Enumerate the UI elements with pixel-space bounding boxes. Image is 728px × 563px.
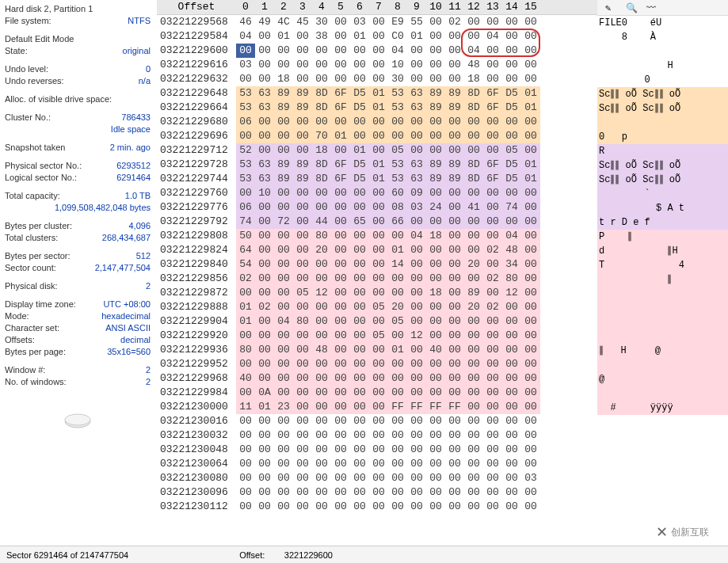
ascii-line[interactable]	[597, 415, 728, 429]
hex-cell[interactable]: 6F	[331, 101, 350, 115]
hex-cell[interactable]: 48	[502, 243, 521, 257]
hex-cell[interactable]: 01	[369, 158, 388, 172]
hex-row[interactable]: 0322122996840000000000000000000000000000…	[157, 371, 597, 386]
hex-row[interactable]: 0322123003200000000000000000000000000000…	[157, 428, 597, 443]
hex-cell[interactable]: 01	[350, 29, 369, 44]
hex-cell[interactable]: 03	[407, 200, 426, 215]
hex-cell[interactable]: 04	[274, 314, 293, 329]
ascii-line[interactable]	[597, 500, 728, 515]
ascii-line[interactable]	[597, 287, 728, 301]
hex-cell[interactable]: 00	[388, 357, 407, 371]
hex-cell[interactable]: 00	[464, 357, 483, 371]
hex-cell[interactable]: 00	[274, 343, 293, 357]
hex-cell[interactable]: 00	[426, 72, 445, 86]
hex-cell[interactable]: 01	[521, 172, 540, 186]
hex-row[interactable]: 0322122956846494C4530000300E955000200000…	[157, 15, 597, 29]
hex-cell[interactable]: 00	[483, 371, 502, 386]
hex-cell[interactable]: 54	[236, 257, 255, 272]
hex-cell[interactable]: 00	[331, 229, 350, 243]
hex-cell[interactable]: 09	[407, 186, 426, 200]
hex-cell[interactable]: 00	[426, 357, 445, 371]
hex-cell[interactable]: 00	[502, 457, 521, 471]
hex-cell[interactable]: 00	[350, 471, 369, 485]
ascii-line[interactable]: T 4	[597, 258, 728, 272]
hex-cell[interactable]: 00	[331, 272, 350, 286]
hex-cell[interactable]: 00	[483, 329, 502, 343]
hex-cell[interactable]: 44	[312, 215, 331, 229]
hex-cell[interactable]: 00	[331, 443, 350, 457]
hex-cell[interactable]: 00	[255, 471, 274, 485]
hex-cell[interactable]: 00	[274, 471, 293, 485]
hex-cell[interactable]: 00	[350, 314, 369, 329]
hex-cell[interactable]: 00	[464, 129, 483, 143]
hex-cell[interactable]: 00	[293, 243, 312, 257]
hex-cell[interactable]: 00	[236, 186, 255, 200]
hex-cell[interactable]: 00	[312, 485, 331, 500]
hex-cell[interactable]: 89	[274, 101, 293, 115]
hex-cell[interactable]: 00	[274, 58, 293, 72]
hex-cell[interactable]: 00	[521, 44, 540, 58]
hex-cell[interactable]: FF	[426, 400, 445, 414]
ascii-line[interactable]	[597, 386, 728, 401]
hex-cell[interactable]: 00	[255, 343, 274, 357]
hex-row[interactable]: 0322122961603000000000000001000000048000…	[157, 58, 597, 72]
hex-cell[interactable]: 00	[236, 129, 255, 143]
hex-cell[interactable]: 00	[502, 357, 521, 371]
ascii-line[interactable]: 8 À	[597, 30, 728, 44]
hex-cell[interactable]: 00	[255, 257, 274, 272]
hex-row[interactable]: 0322122988801020000000000052000000020020…	[157, 300, 597, 314]
hex-cell[interactable]: 00	[464, 29, 483, 44]
hex-cell[interactable]: 00	[388, 485, 407, 500]
hex-cell[interactable]: 00	[426, 500, 445, 514]
hex-cell[interactable]: 00	[464, 457, 483, 471]
hex-row[interactable]: 03221229728536389898D6FD501536389898D6FD…	[157, 158, 597, 172]
hex-cell[interactable]: 00	[369, 143, 388, 158]
hex-cell[interactable]: 8D	[312, 101, 331, 115]
hex-cell[interactable]: 00	[407, 129, 426, 143]
hex-cell[interactable]: 00	[502, 215, 521, 229]
hex-cell[interactable]: C0	[388, 29, 407, 44]
hex-cell[interactable]: 06	[236, 115, 255, 129]
hex-cell[interactable]: 00	[255, 215, 274, 229]
hex-cell[interactable]: 00	[502, 500, 521, 514]
hex-row[interactable]: 032212295840400010038000100C001000000040…	[157, 29, 597, 44]
hex-cell[interactable]: 00	[255, 457, 274, 471]
hex-cell[interactable]: 00	[445, 257, 464, 272]
hex-cell[interactable]: 00	[255, 115, 274, 129]
hex-cell[interactable]: 00	[445, 357, 464, 371]
hex-cell[interactable]: 00	[445, 329, 464, 343]
hex-cell[interactable]: 00	[312, 371, 331, 386]
ascii-line[interactable]: @	[597, 372, 728, 386]
hex-cell[interactable]: 00	[331, 215, 350, 229]
hex-cell[interactable]: 74	[502, 200, 521, 215]
hex-cell[interactable]: 00	[388, 286, 407, 300]
hex-cell[interactable]: 00	[502, 414, 521, 428]
hex-cell[interactable]: 00	[350, 457, 369, 471]
hex-cell[interactable]: 00	[426, 115, 445, 129]
ascii-line[interactable]: Sc∥∥ oÕ Sc∥∥ oÕ	[597, 101, 728, 116]
hex-cell[interactable]: 00	[274, 200, 293, 215]
hex-cell[interactable]: 00	[445, 500, 464, 514]
hex-cell[interactable]: 00	[483, 115, 502, 129]
hex-cell[interactable]: 00	[445, 414, 464, 428]
ascii-line[interactable]	[597, 315, 728, 329]
hex-cell[interactable]: FF	[407, 400, 426, 414]
hex-cell[interactable]: 23	[274, 400, 293, 414]
hex-cell[interactable]: 00	[350, 386, 369, 400]
hex-cell[interactable]: 00	[483, 443, 502, 457]
hex-cell[interactable]: 52	[236, 143, 255, 158]
hex-cell[interactable]: 00	[350, 400, 369, 414]
hex-cell[interactable]: 01	[236, 300, 255, 314]
hex-cell[interactable]: 89	[426, 101, 445, 115]
hex-row[interactable]: 0322122987200000005120000000000180089001…	[157, 286, 597, 300]
hex-cell[interactable]: 00	[483, 186, 502, 200]
hex-cell[interactable]: 00	[521, 329, 540, 343]
hex-cell[interactable]: 00	[236, 500, 255, 514]
hex-cell[interactable]: 18	[426, 286, 445, 300]
hex-cell[interactable]: 00	[502, 471, 521, 485]
hex-cell[interactable]: 00	[331, 257, 350, 272]
hex-cell[interactable]: 00	[464, 272, 483, 286]
hex-cell[interactable]: 00	[312, 357, 331, 371]
ascii-line[interactable]	[597, 443, 728, 458]
hex-cell[interactable]: 00	[426, 300, 445, 314]
